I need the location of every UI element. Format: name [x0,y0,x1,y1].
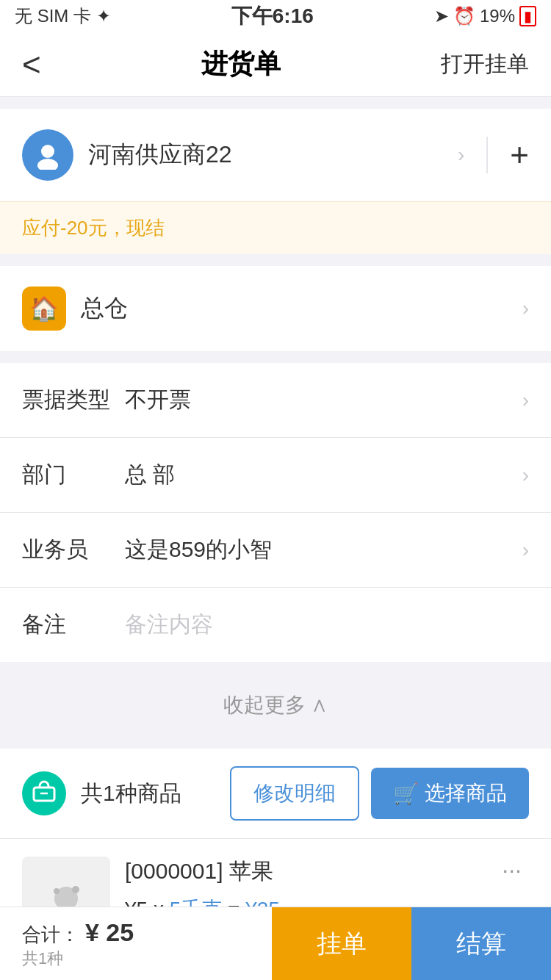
warehouse-section: 🏠 总仓 › [0,266,551,351]
status-right: ➤ ⏰ 19% ▮ [434,6,536,26]
warehouse-icon: 🏠 [22,287,66,331]
battery-icon: ▮ [519,6,536,26]
nav-bar: < 进货单 打开挂单 [0,32,551,97]
supplier-name: 河南供应商22 [88,139,458,171]
separator-2 [0,737,551,749]
back-button[interactable]: < [22,48,41,81]
invoice-type-row[interactable]: 票据类型 不开票 › [0,363,551,438]
edit-detail-button[interactable]: 修改明细 [230,766,359,821]
total-sub: 共1种 [22,948,250,970]
supplier-avatar [22,129,73,181]
select-product-button[interactable]: 🛒 选择商品 [371,768,529,819]
svg-point-1 [37,159,58,170]
supplier-section: 河南供应商22 › + 应付-20元，现结 [0,109,551,254]
notes-label: 备注 [22,610,125,640]
svg-point-0 [41,145,54,158]
pending-button[interactable]: 挂单 [272,907,411,980]
supplier-row[interactable]: 河南供应商22 › + [0,109,551,201]
cart-icon [31,780,57,807]
alarm-icon: ⏰ [453,6,475,26]
open-pending-button[interactable]: 打开挂单 [441,49,529,79]
form-section: 票据类型 不开票 › 部门 总 部 › 业务员 这是859的小智 › 备注 备注… [0,363,551,662]
warehouse-name: 总仓 [81,292,522,325]
sim-text: 无 SIM 卡 ✦ [15,4,111,28]
sales-rep-row[interactable]: 业务员 这是859的小智 › [0,513,551,588]
status-time: 下午6:16 [231,2,314,30]
invoice-type-value: 不开票 [125,385,522,415]
footer-total: 合计： ¥ 25 共1种 [0,907,272,980]
footer: 合计： ¥ 25 共1种 挂单 结算 [0,907,551,980]
department-value: 总 部 [125,460,522,490]
battery-text: 19% [480,6,515,26]
sales-rep-label: 业务员 [22,535,125,565]
invoice-type-label: 票据类型 [22,385,125,415]
collapse-button[interactable]: 收起更多 ∧ [0,674,551,737]
page-title: 进货单 [201,46,281,82]
products-icon [22,771,66,815]
status-left: 无 SIM 卡 ✦ [15,4,111,28]
products-header: 共1种商品 修改明细 🛒 选择商品 [0,749,551,839]
total-amount: ¥ 25 [85,918,134,947]
total-label: 合计： [22,922,79,948]
user-icon [33,140,62,170]
invoice-type-chevron-icon: › [522,389,529,412]
separator-1 [0,97,551,109]
select-product-label: 选择商品 [425,779,507,807]
department-chevron-icon: › [522,464,529,487]
notes-row[interactable]: 备注 备注内容 [0,588,551,662]
warehouse-row[interactable]: 🏠 总仓 › [0,266,551,351]
notes-placeholder[interactable]: 备注内容 [125,610,529,640]
notice-bar: 应付-20元，现结 [0,201,551,254]
sales-rep-chevron-icon: › [522,538,529,562]
product-title: 苹果 [229,859,273,883]
location-icon: ➤ [434,6,449,26]
add-button[interactable]: + [510,139,529,171]
supplier-divider [486,137,488,173]
department-row[interactable]: 部门 总 部 › [0,438,551,513]
svg-point-6 [72,886,79,893]
settle-button[interactable]: 结算 [411,907,551,980]
warehouse-chevron-icon: › [522,297,529,320]
select-product-icon: 🛒 [393,782,419,806]
supplier-chevron-icon: › [458,143,464,167]
svg-point-7 [54,888,60,894]
sales-rep-value: 这是859的小智 [125,535,522,565]
product-code: [0000001] [125,859,223,883]
product-name: [0000001] 苹果 [125,857,494,887]
more-options-button[interactable]: ··· [494,857,529,884]
department-label: 部门 [22,460,125,490]
products-count: 共1种商品 [81,779,230,809]
status-bar: 无 SIM 卡 ✦ 下午6:16 ➤ ⏰ 19% ▮ [0,0,551,32]
